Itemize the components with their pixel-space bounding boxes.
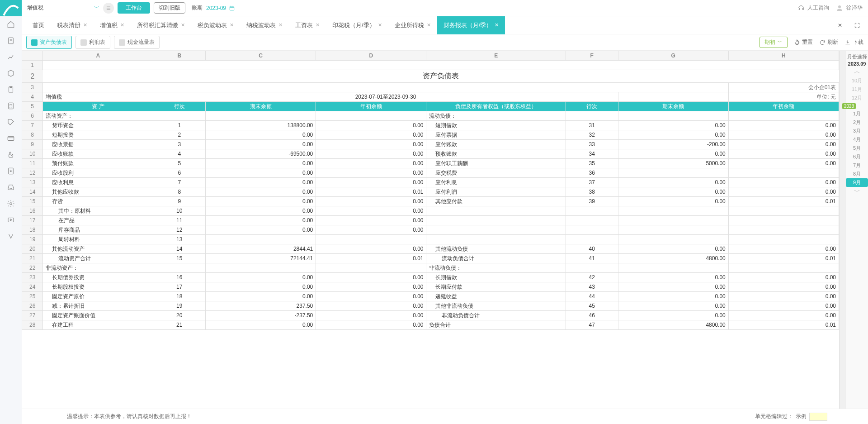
cell[interactable] <box>316 235 426 244</box>
cell[interactable] <box>618 225 728 235</box>
workspace-button[interactable]: 工作台 <box>118 2 150 14</box>
cell[interactable]: 7 <box>153 178 206 187</box>
nav-home-icon[interactable] <box>0 16 22 33</box>
cell[interactable]: 长期股权投资 <box>43 282 153 292</box>
cell[interactable]: 37 <box>566 178 618 187</box>
cell[interactable]: 0.00 <box>316 197 426 206</box>
tab-印花税（月/季）[interactable]: 印花税（月/季）✕ <box>326 16 388 34</box>
row-header[interactable]: 10 <box>22 149 43 159</box>
cell[interactable]: 0.00 <box>728 282 839 292</box>
cell[interactable]: 8 <box>153 187 206 197</box>
month-option[interactable]: 9月 <box>846 178 868 187</box>
cell[interactable] <box>426 225 566 235</box>
cell[interactable]: 其中：原材料 <box>43 206 153 216</box>
tab-close-icon[interactable]: ✕ <box>378 22 382 28</box>
cell[interactable]: 18 <box>153 292 206 301</box>
nav-calc-icon[interactable] <box>0 98 22 114</box>
cell[interactable]: 0.01 <box>316 187 426 197</box>
cell[interactable]: 237.50 <box>206 301 316 311</box>
nav-gear-icon[interactable] <box>0 195 22 212</box>
cell[interactable]: 在产品 <box>43 216 153 225</box>
row-header[interactable]: 8 <box>22 130 43 140</box>
cell[interactable]: 41 <box>566 254 618 263</box>
consult-button[interactable]: 人工咨询 <box>797 4 829 12</box>
col-header[interactable]: H <box>728 51 839 61</box>
row-header[interactable]: 16 <box>22 206 43 216</box>
cell[interactable]: 0.00 <box>206 140 316 149</box>
nav-box-icon[interactable] <box>0 65 22 81</box>
cell[interactable]: 5 <box>153 159 206 168</box>
cell[interactable]: 4800.00 <box>618 254 728 263</box>
cell[interactable]: 0.00 <box>316 130 426 140</box>
cell[interactable]: 0.00 <box>728 149 839 159</box>
cell[interactable]: 43 <box>566 282 618 292</box>
row-header[interactable]: 4 <box>22 92 43 102</box>
cell[interactable]: 6 <box>153 168 206 178</box>
cell[interactable]: 应收股利 <box>43 168 153 178</box>
cell[interactable]: 15 <box>153 254 206 263</box>
cell[interactable]: 2 <box>153 130 206 140</box>
nav-inbox-icon[interactable] <box>0 179 22 195</box>
tab-所得税汇算清缴[interactable]: 所得税汇算清缴✕ <box>131 16 191 34</box>
cell[interactable]: 0.00 <box>316 244 426 254</box>
cell[interactable] <box>728 263 839 273</box>
cell[interactable]: 0.00 <box>316 159 426 168</box>
cell[interactable]: 应收账款 <box>43 149 153 159</box>
month-option[interactable]: 11月 <box>852 85 862 94</box>
cell[interactable]: 39 <box>566 197 618 206</box>
nav-hand-icon[interactable] <box>0 147 22 163</box>
cell[interactable]: 0.00 <box>618 311 728 320</box>
row-header[interactable]: 2 <box>22 70 43 83</box>
cell[interactable]: 0.00 <box>206 168 316 178</box>
row-header[interactable]: 24 <box>22 282 43 292</box>
cell[interactable] <box>566 225 618 235</box>
cell[interactable]: 0.00 <box>206 206 316 216</box>
row-header[interactable]: 22 <box>22 263 43 273</box>
cell[interactable]: 流动资产： <box>43 111 153 121</box>
cell[interactable]: 72144.41 <box>206 254 316 263</box>
row-header[interactable]: 12 <box>22 168 43 178</box>
cell[interactable]: 0.00 <box>206 187 316 197</box>
cell[interactable]: 固定资产原价 <box>43 292 153 301</box>
month-option[interactable]: 12月 <box>852 94 862 102</box>
cell[interactable]: 长期债券投资 <box>43 273 153 282</box>
cell[interactable]: 非流动负债合计 <box>426 311 566 320</box>
row-header[interactable]: 25 <box>22 292 43 301</box>
cell[interactable]: 20 <box>153 311 206 320</box>
cell[interactable]: 0.00 <box>728 187 839 197</box>
row-header[interactable]: 18 <box>22 225 43 235</box>
cell[interactable]: 4 <box>153 149 206 159</box>
month-option[interactable]: 6月 <box>846 152 868 161</box>
cell[interactable]: 0.00 <box>618 178 728 187</box>
cell[interactable]: 1 <box>153 121 206 130</box>
cell[interactable]: 在建工程 <box>43 320 153 330</box>
cell[interactable]: 0.00 <box>618 197 728 206</box>
reset-button[interactable]: 重置 <box>794 38 813 46</box>
sheet-corner[interactable] <box>22 51 43 61</box>
cell[interactable]: 0.00 <box>316 121 426 130</box>
cell[interactable]: 44 <box>566 292 618 301</box>
cell[interactable]: 0.00 <box>618 244 728 254</box>
cell[interactable] <box>566 111 618 121</box>
nav-tag-icon[interactable] <box>0 114 22 130</box>
cell[interactable]: 0.00 <box>618 273 728 282</box>
tab-企业所得税[interactable]: 企业所得税✕ <box>388 16 437 34</box>
month-option[interactable]: 4月 <box>846 135 868 144</box>
col-header[interactable]: E <box>426 51 566 61</box>
subtab-现金流量表[interactable]: 现金流量表 <box>114 36 160 49</box>
cell[interactable] <box>206 263 316 273</box>
cell[interactable]: 0.00 <box>728 273 839 282</box>
nav-export-icon[interactable] <box>0 163 22 179</box>
cell[interactable]: 0.00 <box>316 178 426 187</box>
cell[interactable] <box>153 263 206 273</box>
cell[interactable] <box>728 216 839 225</box>
nav-clipboard-icon[interactable] <box>0 81 22 98</box>
row-header[interactable]: 17 <box>22 216 43 225</box>
month-option[interactable]: 1月 <box>846 110 868 118</box>
cell[interactable]: 47 <box>566 320 618 330</box>
cell[interactable]: 46 <box>566 311 618 320</box>
download-button[interactable]: 下载 <box>844 38 863 46</box>
cell[interactable]: 0.00 <box>618 301 728 311</box>
cell[interactable]: 0.01 <box>728 320 839 330</box>
tab-税表清册[interactable]: 税表清册✕ <box>51 16 94 34</box>
